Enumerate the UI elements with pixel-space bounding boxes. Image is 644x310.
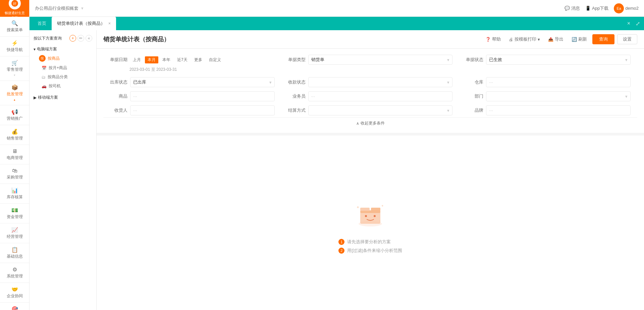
finance-icon: 💵 — [1, 207, 28, 213]
page-header-actions: ❓ 帮助 🖨 按模板打印 ▾ 📤 导出 🔄 — [483, 34, 637, 44]
tab-home[interactable]: 首页 — [32, 17, 52, 30]
search-menu-icon: 🔍 — [1, 20, 28, 27]
logo-icon: 好 — [9, 0, 21, 9]
department-select[interactable]: ▾ — [486, 91, 631, 101]
salesman-input[interactable]: ··· — [308, 91, 453, 101]
operation-icon: 📈 — [1, 227, 28, 233]
doctype-select[interactable]: 销货单 ▾ — [308, 55, 453, 65]
collectstatus-select[interactable]: ▾ — [308, 77, 453, 87]
warehouse-input[interactable]: ··· — [486, 77, 631, 87]
sidebar-item-wholesale[interactable]: 📦 批发管理 ▴ — [0, 81, 29, 105]
sub-scheme-driver[interactable]: 🚗 按司机 — [30, 82, 96, 91]
app-download-btn[interactable]: 📱 App下载 — [585, 5, 608, 11]
sidebar-item-basic[interactable]: 📋 基础信息 — [0, 243, 29, 263]
collectstatus-label: 收款状态 — [281, 79, 308, 85]
sidebar-quicknav-label: 快捷导航 — [1, 47, 28, 53]
filter-row-1: 单据日期 上月 本月 本年 近7天 更多 自定义 — [103, 53, 637, 67]
breadcrumb-arrow: ▾ — [81, 6, 84, 11]
sidebar-system-label: 系统管理 — [1, 273, 28, 279]
scheme-item-by-goods[interactable]: 按 按商品 — [30, 53, 96, 63]
salesman-dots: ··· — [311, 94, 315, 99]
shortcut-this-month[interactable]: 本月 — [145, 56, 158, 63]
department-label: 部门 — [459, 93, 486, 99]
tab-bar-actions: × ⤢ — [626, 19, 641, 28]
shortcut-custom[interactable]: 自定义 — [206, 56, 224, 63]
docstatus-select[interactable]: 已生效 ▾ — [486, 55, 631, 65]
sidebar-item-operation[interactable]: 📈 经营管理 — [0, 223, 29, 243]
collapse-label: 收起更多条件 — [361, 120, 385, 126]
mobile-scheme-group: ▶ 移动端方案 — [30, 92, 96, 103]
mobile-group-header[interactable]: ▶ 移动端方案 — [30, 93, 96, 102]
collectstatus-control: ▾ — [308, 77, 460, 87]
brand-input[interactable]: ··· — [486, 105, 631, 115]
date-range-text: 2023-03-01 至 2023-03-31 — [129, 67, 177, 72]
sidebar-item-finance[interactable]: 💵 资金管理 — [0, 204, 29, 223]
sidebar-item-ecommerce[interactable]: 🖥 电商管理 — [0, 145, 29, 164]
collectstatus-arrow: ▾ — [447, 80, 449, 85]
shortcut-more[interactable]: 更多 — [192, 56, 205, 63]
user-area[interactable]: Ea demo2 — [614, 3, 639, 13]
sub-scheme-goods-category[interactable]: 🗂 按商品分类 — [30, 72, 96, 82]
tab-maximize-btn[interactable]: ⤢ — [634, 19, 641, 28]
sidebar-item-purchase[interactable]: 🛍 采购管理 — [0, 164, 29, 184]
message-btn[interactable]: 💬 消息 — [565, 5, 580, 11]
svg-point-8 — [374, 215, 376, 217]
date-shortcuts: 上月 本月 本年 近7天 更多 自定义 — [130, 56, 224, 63]
empty-state: ✦ ✦ ✦ 1 请先选择要分析的方案 2 用[过滤]条件来缩小分析范围 — [97, 136, 644, 310]
tab-close-btn[interactable]: × — [626, 19, 632, 28]
tab-home-label: 首页 — [38, 20, 46, 27]
payment-select[interactable]: ▾ — [308, 105, 453, 115]
goods-control: ··· — [130, 91, 281, 101]
export-btn[interactable]: 📤 导出 — [545, 35, 566, 44]
help-btn[interactable]: ❓ 帮助 — [483, 35, 503, 44]
date-range-row: 2023-03-01 至 2023-03-31 — [103, 67, 637, 75]
tab-close-icon[interactable]: × — [108, 21, 111, 26]
shortcut-this-year[interactable]: 本年 — [160, 56, 173, 63]
sidebar-item-search[interactable]: 🔍 搜索菜单 — [0, 17, 29, 37]
add-scheme-btn[interactable]: + — [69, 35, 76, 42]
outstatus-select[interactable]: 已出库 ▾ — [130, 77, 275, 87]
desktop-group-header[interactable]: ▾ 电脑端方案 — [30, 45, 96, 53]
goods-input[interactable]: ··· — [130, 91, 275, 101]
print-btn[interactable]: 🖨 按模板打印 ▾ — [506, 35, 543, 44]
shortcut-last-month[interactable]: 上月 — [130, 56, 144, 63]
topbar-left: 办公用品行业模拟账套 ▾ — [35, 5, 84, 11]
sub-scheme-month-goods[interactable]: 📅 按月+商品 — [30, 63, 96, 72]
message-icon: 💬 — [565, 6, 570, 11]
desktop-group-label: 电脑端方案 — [37, 46, 57, 52]
sidebar-ecommerce-label: 电商管理 — [1, 155, 28, 161]
shortcut-7days[interactable]: 近7天 — [174, 56, 190, 63]
print-icon: 🖨 — [509, 37, 513, 42]
tab-active[interactable]: 销货单统计表（按商品） × — [52, 17, 116, 30]
sidebar-item-newbie[interactable]: 🎯 新手引导 — [0, 303, 29, 310]
collapse-panel-btn[interactable]: « — [86, 35, 92, 42]
outstatus-arrow: ▾ — [269, 80, 272, 85]
department-control: ▾ — [486, 91, 637, 101]
content-area: 按以下方案查询 + ✏ « ▾ 电脑端方案 按 按商品 📅 按 — [30, 30, 644, 310]
sidebar-item-retail[interactable]: 🛒 零售管理 ▾ — [0, 56, 29, 81]
sidebar-item-marketing[interactable]: 📢 营销推广 — [0, 105, 29, 125]
topbar: 办公用品行业模拟账套 ▾ 💬 消息 📱 App下载 Ea demo2 — [30, 0, 644, 17]
sidebar-item-inventory[interactable]: 📊 库存核算 — [0, 184, 29, 204]
goods-dots: ··· — [133, 94, 137, 99]
sidebar-item-collab[interactable]: 🤝 企业协同 — [0, 283, 29, 303]
query-btn[interactable]: 查询 — [592, 34, 614, 44]
filter-collectstatus-cell: 收款状态 ▾ — [281, 75, 460, 89]
sidebar-inventory-label: 库存核算 — [1, 194, 28, 200]
receiver-input[interactable]: ··· — [130, 105, 275, 115]
sidebar-item-sales[interactable]: 💰 销售管理 — [0, 125, 29, 145]
svg-rect-5 — [360, 208, 370, 211]
settings-btn[interactable]: 设置 — [617, 34, 637, 44]
collapse-filter-btn[interactable]: ∧ 收起更多条件 — [103, 117, 637, 129]
retail-icon: 🛒 — [1, 60, 28, 66]
left-panel-actions: + ✏ « — [69, 35, 92, 42]
marketing-icon: 📢 — [1, 109, 28, 115]
sub-scheme-label-2: 按商品分类 — [48, 74, 68, 80]
sidebar-item-quicknav[interactable]: ⚡ 快捷导航 — [0, 37, 29, 56]
sidebar-item-system[interactable]: ⚙ 系统管理 — [0, 263, 29, 283]
docstatus-label: 单据状态 — [459, 57, 486, 63]
edit-scheme-btn[interactable]: ✏ — [77, 35, 84, 42]
export-label: 导出 — [555, 36, 564, 42]
refresh-btn[interactable]: 🔄 刷新 — [569, 35, 590, 44]
filter-department-cell: 部门 ▾ — [459, 89, 637, 103]
